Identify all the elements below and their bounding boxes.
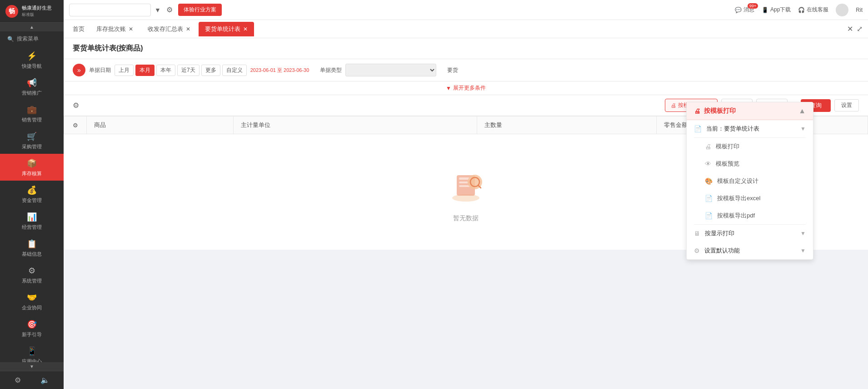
filter-btn-7days[interactable]: 近7天 bbox=[177, 65, 200, 76]
page-title: 要货单统计表(按商品) bbox=[73, 44, 859, 53]
print-dropdown-template-preview[interactable]: 👁 模板预览 bbox=[687, 155, 813, 172]
filter-date-btns: 上月 本月 本年 近7天 更多 自定义 bbox=[115, 65, 247, 76]
filter-btn-custom[interactable]: 自定义 bbox=[222, 65, 247, 76]
collab-label: 企业协同 bbox=[22, 304, 42, 311]
finance-label: 资金管理 bbox=[22, 197, 42, 204]
tab-order-stats-close[interactable]: ✕ bbox=[243, 26, 248, 32]
service-icon: 🎧 bbox=[798, 7, 805, 13]
operation-icon: 📊 bbox=[27, 212, 37, 222]
toolbar-settings-icon[interactable]: ⚙ bbox=[73, 101, 79, 110]
logo-icon: 畅 bbox=[5, 5, 18, 18]
template-print-icon: 🖨 bbox=[705, 143, 711, 150]
print-dropdown-template-excel[interactable]: 📄 按模板导出excel bbox=[687, 190, 813, 207]
print-dropdown-close[interactable]: ▲ bbox=[798, 107, 806, 115]
page-header: 要货单统计表(按商品) bbox=[64, 38, 868, 59]
sidebar-item-purchase[interactable]: 🛒 采购管理 bbox=[0, 127, 64, 154]
filter-date-range: 2023-06-01 至 2023-06-30 bbox=[250, 67, 309, 74]
sidebar-item-finance[interactable]: 💰 资金管理 bbox=[0, 181, 64, 207]
app-label: App下载 bbox=[770, 6, 791, 14]
template-preview-label: 模板预览 bbox=[716, 160, 739, 168]
template-design-icon: 🎨 bbox=[705, 177, 713, 185]
print-icon: 🖨 bbox=[671, 102, 676, 109]
print-dropdown-template-print[interactable]: 🖨 模板打印 bbox=[687, 138, 813, 155]
filter-expand-btn[interactable]: » bbox=[73, 64, 85, 76]
empty-text: 暂无数据 bbox=[453, 214, 479, 222]
content-area: 要货单统计表(按商品) » 单据日期 上月 本月 本年 近7天 更多 自定义 2… bbox=[64, 38, 868, 389]
topbar-search-input[interactable] bbox=[69, 4, 151, 16]
print-dropdown-current-left: 📄 当前：要货单统计表 bbox=[694, 125, 759, 133]
service-item[interactable]: 🎧 在线客服 bbox=[798, 6, 828, 14]
tab-batch-account[interactable]: 库存批次账 ✕ bbox=[90, 22, 140, 36]
template-excel-icon: 📄 bbox=[705, 195, 713, 202]
sales-label: 销售管理 bbox=[22, 116, 42, 123]
expand-more-btn[interactable]: ▼ 展开更多条件 bbox=[439, 81, 493, 95]
appstore-icon: 📱 bbox=[27, 346, 37, 356]
default-settings-chevron: ▼ bbox=[800, 248, 806, 254]
service-label: 在线客服 bbox=[807, 6, 828, 14]
print-dropdown-template-design[interactable]: 🎨 模板自定义设计 bbox=[687, 172, 813, 190]
template-preview-left: 👁 模板预览 bbox=[705, 160, 739, 168]
filter-btn-more[interactable]: 更多 bbox=[201, 65, 220, 76]
sound-icon[interactable]: 🔈 bbox=[40, 376, 50, 384]
topbar-right: 💬 消息 99+ 📱 App下载 🎧 在线客服 Rit bbox=[735, 4, 863, 16]
template-excel-left: 📄 按模板导出excel bbox=[705, 194, 760, 202]
sidebar-item-marketing[interactable]: 📢 营销推广 bbox=[0, 73, 64, 100]
search-menu-label: 搜索菜单 bbox=[17, 35, 39, 43]
current-item-icon: 📄 bbox=[694, 125, 702, 132]
current-chevron: ▼ bbox=[800, 126, 806, 132]
sidebar: 畅 畅康通好生意 标准版 ▲ 🔍 搜索菜单 ⚡ 快捷导航 📢 营销推广 💼 销售… bbox=[0, 0, 64, 389]
sidebar-item-guide[interactable]: 🎯 新手引导 bbox=[0, 315, 64, 342]
guide-icon: 🎯 bbox=[27, 319, 37, 329]
tab-close-all-icon[interactable]: ✕ bbox=[847, 25, 853, 33]
tab-home[interactable]: 首页 bbox=[69, 25, 88, 33]
print-dropdown-template-pdf[interactable]: 📄 按模板导出pdf bbox=[687, 207, 813, 224]
tab-maximize-icon[interactable]: ⤢ bbox=[857, 25, 863, 33]
sidebar-bottom: ⚙ 🔈 bbox=[0, 371, 64, 389]
sidebar-item-collab[interactable]: 🤝 企业协同 bbox=[0, 288, 64, 315]
topbar-dropdown-icon[interactable]: ▼ bbox=[155, 6, 161, 14]
settings-btn[interactable]: 设置 bbox=[834, 99, 859, 111]
tab-receipt-summary-close[interactable]: ✕ bbox=[186, 26, 190, 32]
filter-btn-last-month[interactable]: 上月 bbox=[115, 65, 134, 76]
app-download-item[interactable]: 📱 App下载 bbox=[762, 6, 791, 14]
quick-nav-label: 快捷导航 bbox=[22, 63, 42, 70]
filter-btn-this-year[interactable]: 本年 bbox=[156, 65, 175, 76]
trial-btn[interactable]: 体验行业方案 bbox=[178, 4, 222, 16]
tab-batch-account-close[interactable]: ✕ bbox=[129, 26, 133, 32]
sidebar-item-basic[interactable]: 📋 基础信息 bbox=[0, 234, 64, 261]
print-dropdown-default-settings[interactable]: ⚙ 设置默认功能 ▼ bbox=[687, 242, 813, 259]
scroll-down[interactable]: ▼ bbox=[0, 362, 64, 371]
inventory-icon: 📦 bbox=[27, 158, 37, 168]
col-settings[interactable]: ⚙ bbox=[64, 116, 87, 134]
sidebar-item-quick-nav[interactable]: ⚡ 快捷导航 bbox=[0, 46, 64, 73]
filter-btn-this-month[interactable]: 本月 bbox=[135, 65, 155, 76]
expand-more-arrow: ▼ bbox=[446, 85, 451, 91]
sidebar-item-sales[interactable]: 💼 销售管理 bbox=[0, 100, 64, 127]
print-dropdown-display-print[interactable]: 🖥 按显示打印 ▼ bbox=[687, 225, 813, 242]
sidebar-item-appstore[interactable]: 📱 应用中心 bbox=[0, 342, 64, 362]
settings-bottom-icon[interactable]: ⚙ bbox=[15, 376, 21, 384]
quick-nav-icon: ⚡ bbox=[27, 51, 37, 61]
svg-rect-3 bbox=[459, 182, 468, 183]
default-settings-label: 设置默认功能 bbox=[704, 247, 740, 255]
msg-item[interactable]: 💬 消息 99+ bbox=[735, 6, 754, 14]
avatar[interactable] bbox=[836, 4, 848, 16]
sidebar-item-operation[interactable]: 📊 经营管理 bbox=[0, 207, 64, 234]
username: Rit bbox=[856, 7, 863, 13]
tab-receipt-summary-label: 收发存汇总表 bbox=[148, 25, 183, 33]
topbar-gear-icon[interactable]: ⚙ bbox=[166, 5, 173, 14]
tab-order-stats[interactable]: 要货单统计表 ✕ bbox=[199, 22, 254, 36]
print-dropdown-current[interactable]: 📄 当前：要货单统计表 ▼ bbox=[687, 120, 813, 137]
scroll-up[interactable]: ▲ bbox=[0, 23, 64, 31]
sidebar-item-system[interactable]: ⚙ 系统管理 bbox=[0, 261, 64, 288]
filter-type-select[interactable] bbox=[345, 64, 436, 76]
template-print-label: 模板打印 bbox=[716, 142, 739, 151]
system-label: 系统管理 bbox=[22, 278, 42, 284]
basic-icon: 📋 bbox=[27, 239, 37, 249]
sidebar-item-inventory[interactable]: 📦 库存核算 bbox=[0, 154, 64, 181]
col-product: 商品 bbox=[87, 116, 234, 134]
search-menu[interactable]: 🔍 搜索菜单 bbox=[0, 31, 64, 46]
appstore-label: 应用中心 bbox=[22, 358, 42, 362]
filter-yh-label: 要货 bbox=[447, 66, 458, 74]
tab-receipt-summary[interactable]: 收发存汇总表 ✕ bbox=[141, 22, 197, 36]
